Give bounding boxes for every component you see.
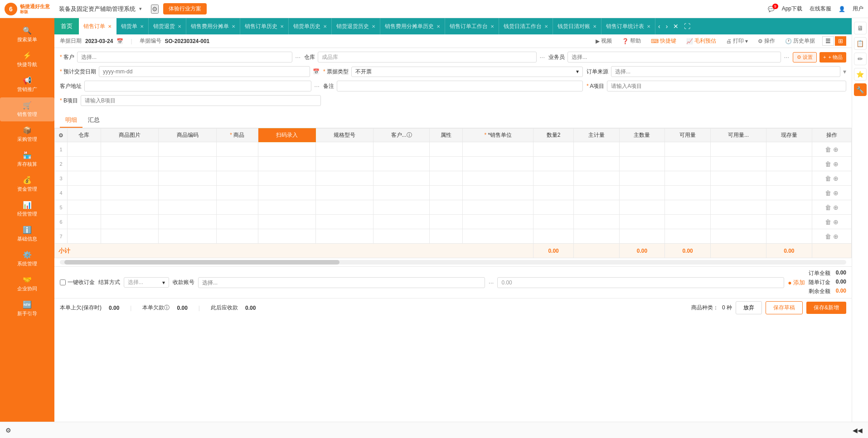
- cell-main-unit-2[interactable]: [573, 157, 619, 171]
- cell-sp6[interactable]: [316, 215, 373, 229]
- tab-detail[interactable]: 明细: [60, 113, 82, 128]
- tab-expense-history[interactable]: 销售费用分摊单历史 ✕: [380, 18, 445, 34]
- settings-button[interactable]: ⚙ 设置: [793, 52, 817, 63]
- tab-daily-workbench[interactable]: 钱货日清工作台 ✕: [499, 18, 553, 34]
- cell-mq7[interactable]: [619, 229, 665, 244]
- cell-u6[interactable]: [463, 215, 533, 229]
- cell-cur4[interactable]: [766, 186, 812, 200]
- tab-summary[interactable]: 汇总: [82, 113, 105, 128]
- warehouse-more-icon[interactable]: ···: [539, 53, 545, 61]
- tab-daily-reconcile[interactable]: 钱货日清对账 ✕: [553, 18, 601, 34]
- operate-btn[interactable]: ⚙ 操作: [755, 36, 778, 46]
- cell-av4[interactable]: [665, 186, 711, 200]
- cell-cur6[interactable]: [766, 215, 812, 229]
- cell-p5[interactable]: [216, 200, 258, 215]
- cell-u3[interactable]: [463, 171, 533, 186]
- cell-ave5[interactable]: [710, 200, 766, 215]
- b-project-input[interactable]: [81, 95, 321, 106]
- tab-prev-button[interactable]: ‹: [655, 23, 663, 30]
- tab-close-icon[interactable]: ✕: [490, 24, 494, 29]
- cell-main-unit-1[interactable]: [573, 142, 619, 157]
- sidebar-item-purchase[interactable]: 📦 采购管理: [0, 122, 54, 146]
- cell-sp4[interactable]: [316, 186, 373, 200]
- cell-cu6[interactable]: [373, 215, 429, 229]
- system-title-dropdown[interactable]: ▾: [139, 6, 142, 12]
- one-key-payment-checkbox[interactable]: [60, 279, 66, 285]
- user-avatar[interactable]: 👤: [839, 6, 845, 12]
- shortcut-btn[interactable]: ⌨ 快捷键: [648, 36, 679, 46]
- cell-u5[interactable]: [463, 200, 533, 215]
- tab-close-icon[interactable]: ✕: [140, 24, 144, 29]
- settings-gear-icon[interactable]: ⚙: [5, 427, 11, 434]
- delete-icon[interactable]: 🗑: [825, 175, 831, 182]
- cell-sp3[interactable]: [316, 171, 373, 186]
- cell-mq3[interactable]: [619, 171, 665, 186]
- cell-p3[interactable]: [216, 171, 258, 186]
- cell-attr-1[interactable]: [429, 142, 463, 157]
- copy-row-icon[interactable]: ⊕: [833, 146, 839, 153]
- horizontal-scrollbar[interactable]: [60, 260, 846, 265]
- cell-c3[interactable]: [159, 171, 216, 186]
- online-service-link[interactable]: 在线客服: [810, 5, 831, 13]
- copy-icon[interactable]: ⊕: [833, 189, 839, 197]
- delete-icon[interactable]: 🗑: [825, 233, 831, 240]
- cell-main-qty-2[interactable]: [619, 157, 665, 171]
- delete-icon[interactable]: 🗑: [825, 218, 831, 226]
- copy-icon[interactable]: ⊕: [833, 175, 839, 182]
- cell-ave4[interactable]: [710, 186, 766, 200]
- cell-cu5[interactable]: [373, 200, 429, 215]
- tab-close-icon[interactable]: ✕: [544, 24, 548, 29]
- cell-mq5[interactable]: [619, 200, 665, 215]
- account-input[interactable]: [198, 277, 485, 288]
- delete-icon[interactable]: 🗑: [825, 189, 831, 197]
- tab-invoice-history[interactable]: 销货单历史 ✕: [289, 18, 332, 34]
- collapse-sidebar-icon[interactable]: ◀◀: [853, 427, 863, 434]
- cell-mu7[interactable]: [573, 229, 619, 244]
- cell-cu7[interactable]: [373, 229, 429, 244]
- app-download-link[interactable]: App下载: [782, 5, 802, 13]
- profit-btn[interactable]: 📈 毛利预估: [684, 36, 719, 46]
- cell-cur3[interactable]: [766, 171, 812, 186]
- add-goods-button[interactable]: + + 物品: [820, 52, 846, 63]
- tab-close-icon[interactable]: ✕: [232, 24, 235, 29]
- history-btn[interactable]: 🕐 历史单据: [782, 36, 818, 46]
- cell-code-1[interactable]: [159, 142, 216, 157]
- remark-input[interactable]: [337, 81, 583, 91]
- cell-sp5[interactable]: [316, 200, 373, 215]
- tab-next-button[interactable]: ›: [663, 23, 671, 30]
- cell-q5[interactable]: [533, 200, 574, 215]
- warehouse-input[interactable]: [318, 52, 537, 63]
- cell-cur5[interactable]: [766, 200, 812, 215]
- view-btn[interactable]: ▶ 视频: [593, 36, 615, 46]
- sidebar-item-marketing[interactable]: 📢 营销推广: [0, 72, 54, 96]
- cell-q3[interactable]: [533, 171, 574, 186]
- cell-sp7[interactable]: [316, 229, 373, 244]
- cell-w3[interactable]: [68, 171, 101, 186]
- cell-p6[interactable]: [216, 215, 258, 229]
- sidebar-item-search[interactable]: 🔍 搜索菜单: [0, 23, 54, 47]
- right-panel-btn-edit[interactable]: ✏: [854, 53, 867, 65]
- cell-w6[interactable]: [68, 215, 101, 229]
- right-panel-btn-star[interactable]: ⭐: [854, 68, 867, 81]
- cell-q4[interactable]: [533, 186, 574, 200]
- customer-more-icon[interactable]: ···: [295, 53, 301, 61]
- tab-close-icon[interactable]: ✕: [593, 24, 596, 29]
- sidebar-item-sales[interactable]: 🛒 销售管理: [0, 97, 54, 121]
- cell-available-2[interactable]: [665, 157, 711, 171]
- customer-input[interactable]: [77, 52, 292, 63]
- cell-q7[interactable]: [533, 229, 574, 244]
- cell-mu6[interactable]: [573, 215, 619, 229]
- invoice-select-wrapper[interactable]: 不开票 ▾: [351, 67, 583, 77]
- cell-product-2[interactable]: [216, 157, 258, 171]
- order-source-input[interactable]: [611, 66, 840, 77]
- tab-workbench[interactable]: 销售订单工作台 ✕: [445, 18, 499, 34]
- cell-a4[interactable]: [429, 186, 463, 200]
- tab-close-all-button[interactable]: ✕: [670, 23, 681, 30]
- tab-sales-invoice[interactable]: 销货单 ✕: [116, 18, 149, 34]
- save-new-button[interactable]: 保存&新增: [806, 302, 846, 314]
- a-project-input[interactable]: [607, 81, 846, 91]
- salesman-more-icon[interactable]: ···: [784, 53, 789, 61]
- cell-av7[interactable]: [665, 229, 711, 244]
- cell-attr-2[interactable]: [429, 157, 463, 171]
- cell-p4[interactable]: [216, 186, 258, 200]
